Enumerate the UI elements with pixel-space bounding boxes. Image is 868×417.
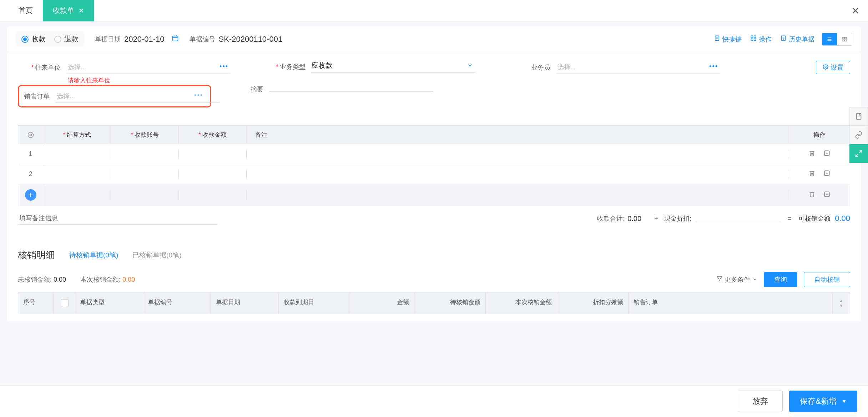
- chevron-down-icon: [752, 276, 757, 283]
- ellipsis-icon[interactable]: •••: [194, 92, 203, 99]
- tab-pending-writeoff[interactable]: 待核销单据(0笔): [69, 251, 118, 260]
- settings-button[interactable]: 设置: [816, 61, 850, 74]
- sales-order-highlight: 销售订单 选择... •••: [18, 85, 211, 107]
- dock-expand-icon[interactable]: [849, 144, 868, 163]
- receipt-total-label: 收款合计:: [597, 214, 625, 223]
- calendar-icon[interactable]: [172, 35, 179, 44]
- document-icon: [780, 35, 787, 43]
- cell-amount[interactable]: [179, 149, 247, 159]
- row-index: 2: [18, 165, 43, 183]
- add-row-icon[interactable]: [824, 150, 830, 158]
- toolbar-history[interactable]: 历史单据: [780, 35, 814, 44]
- toolbar-operate[interactable]: 操作: [750, 35, 772, 44]
- cell-settle[interactable]: [43, 169, 111, 179]
- svg-rect-0: [172, 36, 178, 41]
- bottom-bar: 放弃 保存&新增 ▼: [0, 385, 868, 417]
- side-dock: [849, 107, 868, 163]
- tab-done-writeoff[interactable]: 已核销单据(0笔): [132, 251, 181, 260]
- svg-line-36: [859, 151, 862, 153]
- col-doc-type: 单据类型: [75, 292, 143, 314]
- table-settings-icon[interactable]: [18, 126, 43, 144]
- summary-label: 摘要: [251, 86, 263, 93]
- trash-icon[interactable]: [809, 150, 815, 158]
- cell-settle[interactable]: [43, 149, 111, 159]
- col-amount: 金额: [350, 292, 414, 314]
- table-footer-row: +: [18, 184, 850, 206]
- tab-home[interactable]: 首页: [9, 0, 43, 21]
- view-list-icon[interactable]: [822, 33, 837, 45]
- doc-date-label: 单据日期: [95, 35, 121, 44]
- biztype-select[interactable]: 应收款: [311, 61, 475, 73]
- salesman-input[interactable]: 选择...: [556, 61, 720, 74]
- radio-receive[interactable]: 收款: [21, 34, 46, 44]
- toolbar-shortcut[interactable]: 快捷键: [714, 35, 742, 44]
- doc-no-value: SK-20200110-001: [219, 35, 283, 44]
- table-row: 1: [18, 144, 850, 164]
- svg-point-23: [30, 134, 31, 136]
- cell-remark[interactable]: [247, 169, 789, 179]
- cell-account[interactable]: [111, 169, 179, 179]
- svg-rect-35: [857, 114, 861, 120]
- chevron-down-icon: [467, 62, 473, 70]
- biztype-value: 应收款: [311, 61, 333, 69]
- query-button[interactable]: 查询: [764, 272, 797, 287]
- close-icon[interactable]: ✕: [79, 7, 84, 15]
- add-row-icon[interactable]: [824, 170, 830, 178]
- more-conditions[interactable]: 更多条件: [717, 275, 757, 284]
- svg-rect-10: [754, 39, 756, 41]
- top-tabs: 首页 收款单 ✕ ✕: [0, 0, 868, 21]
- save-and-new-button[interactable]: 保存&新增 ▼: [789, 391, 857, 412]
- ellipsis-icon[interactable]: •••: [219, 63, 228, 70]
- receipt-total-value: 0.00: [627, 215, 641, 223]
- cell-amount[interactable]: [179, 169, 247, 179]
- view-toggle: [822, 33, 852, 46]
- row-index: 1: [18, 145, 43, 163]
- biztype-label: 业务类型: [280, 63, 306, 70]
- col-account: 收款账号: [135, 131, 159, 139]
- table-row: 2: [18, 164, 850, 184]
- doc-date-value[interactable]: 2020-01-10: [124, 35, 165, 44]
- view-card-icon[interactable]: [837, 33, 852, 45]
- unwriteoff-value: 0.00: [54, 276, 66, 283]
- summary-input[interactable]: [269, 87, 433, 92]
- salesman-label: 业务员: [531, 64, 550, 71]
- trash-icon[interactable]: [809, 170, 815, 178]
- add-row-button[interactable]: +: [25, 189, 36, 201]
- remark-input[interactable]: [18, 212, 218, 225]
- dock-link-icon[interactable]: [849, 126, 868, 144]
- select-all-checkbox[interactable]: [61, 299, 69, 307]
- sort-icon[interactable]: ▲▼: [833, 292, 850, 314]
- cash-discount-label: 现金折扣:: [664, 214, 691, 223]
- col-remark: 备注: [255, 131, 267, 139]
- dock-print-icon[interactable]: [849, 107, 868, 126]
- col-settle-method: 结算方式: [67, 131, 91, 139]
- unwriteoff-label: 未核销金额:: [18, 276, 52, 283]
- col-operate: 操作: [813, 131, 826, 139]
- svg-rect-9: [751, 39, 753, 41]
- tab-receipt-label: 收款单: [53, 6, 74, 15]
- equals-sign: =: [788, 215, 792, 222]
- gear-icon: [823, 64, 828, 71]
- auto-writeoff-button[interactable]: 自动核销: [804, 272, 850, 287]
- col-this-writeoff: 本次核销金额: [486, 292, 557, 314]
- tab-receipt[interactable]: 收款单 ✕: [43, 0, 94, 21]
- page-close-icon[interactable]: ✕: [851, 5, 859, 17]
- col-sales-order: 销售订单: [629, 292, 833, 314]
- col-due-date: 收款到期日: [279, 292, 350, 314]
- col-doc-no: 单据编号: [143, 292, 211, 314]
- svg-point-24: [28, 132, 33, 137]
- cash-discount-input[interactable]: [695, 216, 781, 221]
- svg-marker-34: [717, 277, 722, 281]
- clipboard-icon: [714, 35, 720, 43]
- ellipsis-icon[interactable]: •••: [709, 63, 718, 70]
- trash-icon[interactable]: [809, 191, 815, 199]
- cell-remark[interactable]: [247, 149, 789, 159]
- add-row-icon[interactable]: [824, 191, 830, 199]
- cancel-button[interactable]: 放弃: [738, 391, 783, 412]
- writeoff-amount-label: 可核销金额: [798, 214, 831, 223]
- partner-input[interactable]: 选择...: [66, 61, 231, 74]
- cell-account[interactable]: [111, 149, 179, 159]
- grid-icon: [750, 35, 757, 43]
- svg-rect-18: [842, 37, 844, 39]
- radio-refund[interactable]: 退款: [54, 34, 79, 44]
